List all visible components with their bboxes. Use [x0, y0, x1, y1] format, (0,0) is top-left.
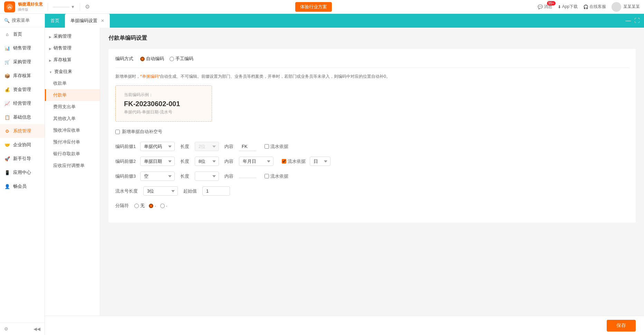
start-value-input[interactable]: [202, 186, 230, 196]
tab-close-icon[interactable]: ✕: [101, 18, 104, 23]
dropdown-selector[interactable]: ———— ▼: [53, 4, 75, 9]
code-preview-sub: 单据代码-单据日期-流水号: [124, 109, 203, 115]
experience-button[interactable]: 体验行业方案: [295, 2, 332, 12]
sidebar-footer: ⚙ ◀◀: [0, 323, 45, 335]
page-title: 付款单编码设置: [108, 35, 636, 42]
logo-area: 畅捷通好生意 插件版: [4, 1, 43, 12]
sidebar-item-label: 系统管理: [13, 128, 31, 134]
manual-encode-radio[interactable]: 手工编码: [170, 56, 193, 62]
app-icon: 📱: [4, 169, 10, 176]
save-button[interactable]: 保存: [607, 320, 636, 332]
footer-settings-icon[interactable]: ⚙: [4, 326, 8, 332]
form-card: 编码方式 自动编码 手工编码: [108, 49, 636, 223]
app-download-button[interactable]: ⬇ App下载: [558, 4, 578, 10]
chevron-down-icon: [49, 69, 52, 74]
sidebar-item-finance[interactable]: 💰 资金管理: [0, 83, 45, 96]
sidebar-collapse-icon[interactable]: ◀◀: [33, 326, 40, 332]
sidebar-item-label: 经营管理: [13, 100, 31, 106]
tab-minimize-icon[interactable]: —: [625, 18, 631, 24]
separator-other[interactable]: ·: [160, 203, 167, 208]
prefix2-serial-checkbox[interactable]: 流水依据: [282, 158, 306, 165]
sub-group-fund-label: 资金往来: [54, 68, 72, 75]
prefix2-period-select[interactable]: 日: [310, 157, 330, 166]
tab-bar: 首页 单据编码设置 ✕ — ⛶: [45, 14, 644, 28]
tab-maximize-icon[interactable]: ⛶: [634, 18, 640, 24]
sub-sidebar-payment[interactable]: 付款单: [45, 89, 100, 101]
sidebar-item-label: 资金管理: [13, 86, 31, 93]
auto-encode-radio[interactable]: 自动编码: [140, 56, 164, 62]
sub-group-inventory-title[interactable]: 库存核算: [45, 54, 100, 66]
tab-home[interactable]: 首页: [45, 14, 65, 28]
code-preview-box: 当前编码示例： FK-20230602-001 单据代码-单据日期-流水号: [115, 85, 212, 122]
sub-group-fund-title[interactable]: 资金往来: [45, 66, 100, 77]
prefix3-serial-checkbox[interactable]: 流水依据: [265, 173, 288, 179]
sidebar-item-coop[interactable]: 🤝 企业协同: [0, 138, 45, 152]
sub-sidebar-prepay-pay[interactable]: 预付冲应付单: [45, 136, 100, 148]
sidebar-item-label: 企业协同: [13, 142, 31, 148]
sidebar-item-manage[interactable]: 📈 经营管理: [0, 96, 45, 110]
auto-fill-row: 新增单据自动补空号: [115, 129, 629, 135]
encoding-radio-group: 自动编码 手工编码: [140, 56, 193, 62]
app-title: 畅捷通好生意 插件版: [18, 1, 43, 12]
desc-highlight: *单据编码*: [140, 74, 160, 79]
sidebar-item-sale[interactable]: 📊 销售管理: [0, 41, 45, 55]
separator-none-input[interactable]: [134, 204, 139, 208]
prefix3-length-select[interactable]: [195, 171, 219, 181]
sidebar-item-basic[interactable]: 📋 基础信息: [0, 110, 45, 124]
code-preview-value: FK-20230602-001: [124, 100, 203, 108]
prefix2-length-select[interactable]: 8位: [195, 157, 219, 166]
prefix2-length-label: 长度: [180, 158, 189, 165]
sub-sidebar-receipt[interactable]: 收款单: [45, 77, 100, 89]
sub-group-purchase-title[interactable]: 采购管理: [45, 30, 100, 42]
tab-home-label: 首页: [50, 18, 59, 24]
description-text: 新增单据时，*单据编码*自动生成、不可编辑。前缀设置为部门、业务员等档案类，开单…: [115, 73, 629, 80]
prefix1-serial-input[interactable]: [265, 144, 269, 149]
sub-group-sale-title[interactable]: 销售管理: [45, 42, 100, 54]
sidebar-item-app[interactable]: 📱 应用中心: [0, 166, 45, 179]
sub-sidebar-prepay-receive[interactable]: 预收冲应收单: [45, 124, 100, 136]
chevron-down-icon: ▼: [71, 4, 75, 9]
member-icon: 👤: [4, 183, 10, 189]
sidebar-item-purchase[interactable]: 🛒 采购管理: [0, 55, 45, 69]
sidebar-item-inventory[interactable]: 📦 库存核算: [0, 69, 45, 83]
prefix1-serial-checkbox[interactable]: 流水依据: [265, 143, 288, 150]
prefix3-select[interactable]: 空: [140, 171, 175, 181]
auto-fill-checkbox-label[interactable]: 新增单据自动补空号: [115, 129, 162, 135]
separator-dot-input[interactable]: [149, 204, 153, 208]
prefix2-select[interactable]: 单据日期: [140, 157, 175, 166]
service-button[interactable]: 🎧 在线客服: [583, 4, 606, 10]
sidebar-item-guide[interactable]: 🚀 新手引导: [0, 152, 45, 166]
basic-icon: 📋: [4, 114, 10, 120]
settings-icon[interactable]: ⚙: [85, 3, 90, 10]
prefix2-serial-input[interactable]: [282, 159, 286, 164]
prefix1-label: 编码前缀1: [115, 143, 136, 150]
prefix1-select[interactable]: 单据代码: [140, 142, 175, 151]
sub-sidebar-other-income[interactable]: 其他收入单: [45, 113, 100, 124]
system-icon: ⚙: [4, 128, 10, 134]
message-button[interactable]: 💬 消息 99+: [538, 4, 552, 10]
search-menu-button[interactable]: 🔍 搜索菜单: [0, 14, 45, 27]
auto-fill-checkbox[interactable]: [115, 130, 120, 134]
dropdown-text: ————: [53, 4, 69, 9]
separator-dot-label: ·: [155, 203, 156, 208]
sidebar-item-system[interactable]: ⚙ 系统管理: [0, 124, 45, 138]
prefix3-serial-label: 流水依据: [270, 173, 288, 179]
tab-encoding[interactable]: 单据编码设置 ✕: [65, 14, 110, 28]
prefix2-content-select[interactable]: 年月日: [239, 157, 273, 166]
sub-sidebar-expense[interactable]: 费用支出单: [45, 101, 100, 113]
serial-row: 流水号长度 3位 起始值: [115, 186, 629, 196]
sidebar-item-home[interactable]: ⌂ 首页: [0, 27, 45, 41]
serial-length-select[interactable]: 3位: [143, 186, 178, 196]
prefix3-serial-input[interactable]: [265, 174, 269, 178]
user-area[interactable]: 某某某某: [612, 2, 640, 12]
tab-actions: — ⛶: [625, 18, 644, 24]
auto-encode-input[interactable]: [140, 57, 145, 61]
sub-sidebar-bank[interactable]: 银行存取款单: [45, 148, 100, 160]
sub-group-inventory: 库存核算: [45, 54, 100, 66]
manual-encode-input[interactable]: [170, 57, 174, 61]
separator-none[interactable]: 无: [134, 203, 145, 209]
separator-dot[interactable]: ·: [149, 203, 156, 208]
sub-sidebar-adjust[interactable]: 应收应付调整单: [45, 160, 100, 171]
sidebar-item-member[interactable]: 👤 畅会员: [0, 179, 45, 193]
separator-other-input[interactable]: [160, 204, 165, 208]
